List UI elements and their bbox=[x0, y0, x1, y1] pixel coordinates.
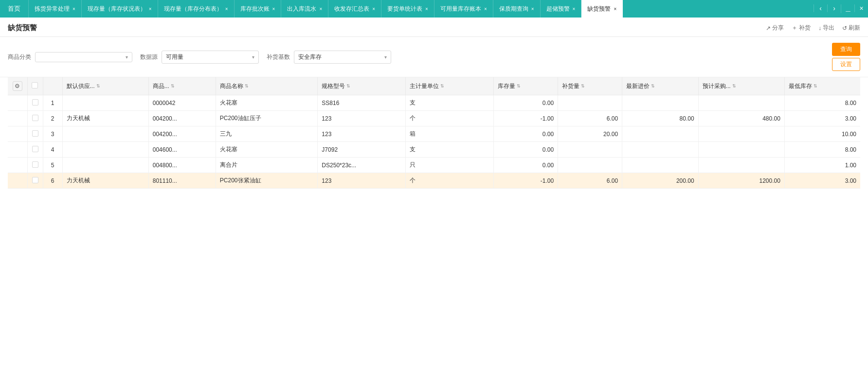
refresh-button[interactable]: ↺ 刷新 bbox=[842, 24, 860, 32]
tab-home[interactable]: 首页 bbox=[0, 0, 29, 18]
row-checkbox[interactable] bbox=[32, 177, 38, 183]
next-tab-button[interactable]: › bbox=[827, 4, 841, 12]
tab-demand-stats[interactable]: 要货单统计表 × bbox=[381, 0, 434, 18]
row-replenish-cell: 6.00 bbox=[558, 111, 622, 126]
row-check-cell[interactable] bbox=[27, 158, 43, 173]
tab-available-ledger[interactable]: 可用量库存账本 × bbox=[434, 0, 493, 18]
row-check-cell[interactable] bbox=[27, 173, 43, 189]
col-spec-header[interactable]: 规格型号 ⇅ bbox=[318, 77, 406, 95]
row-check-cell[interactable] bbox=[27, 95, 43, 111]
spec-col-label: 规格型号 bbox=[322, 82, 345, 90]
table-row[interactable]: 4 004600... 火花塞 J7092 支 0.00 8.00 bbox=[8, 142, 860, 158]
row-code-cell: 004200... bbox=[148, 126, 216, 142]
settings-button[interactable]: 设置 bbox=[832, 58, 860, 71]
close-icon[interactable]: × bbox=[531, 6, 534, 12]
export-button[interactable]: ↓ 导出 bbox=[818, 24, 834, 32]
close-icon[interactable]: × bbox=[484, 6, 487, 12]
table-row[interactable]: 3 004200... 三九 123 箱 0.00 20.00 10.00 bbox=[8, 126, 860, 142]
query-button[interactable]: 查询 bbox=[832, 43, 860, 56]
table-row[interactable]: 2 力天机械 004200... PC200油缸压子 123 个 -1.00 6… bbox=[8, 111, 860, 126]
row-replenish-cell bbox=[558, 158, 622, 173]
row-name-cell: PC200油缸压子 bbox=[216, 111, 318, 126]
row-checkbox[interactable] bbox=[32, 99, 38, 106]
row-unit-cell: 箱 bbox=[406, 126, 494, 142]
tab-batch-account[interactable]: 库存批次账 × bbox=[235, 0, 282, 18]
row-name-cell: 三九 bbox=[216, 126, 318, 142]
col-settings-header[interactable]: ⚙ bbox=[8, 77, 27, 95]
tab-overstock[interactable]: 超储预警 × bbox=[541, 0, 582, 18]
row-min-stock-cell: 1.00 bbox=[784, 158, 860, 173]
replenish-base-select[interactable]: 安全库存 ▾ bbox=[294, 51, 391, 64]
row-index-cell: 5 bbox=[43, 158, 62, 173]
share-icon: ↗ bbox=[766, 25, 771, 32]
col-code-header[interactable]: 商品... ⇅ bbox=[148, 77, 216, 95]
replenish-button[interactable]: ＋ 补货 bbox=[792, 24, 811, 32]
tab-nav-controls: ‹ › ＿ × bbox=[814, 4, 868, 13]
close-icon[interactable]: × bbox=[149, 6, 152, 12]
prev-tab-button[interactable]: ‹ bbox=[814, 4, 827, 12]
close-icon[interactable]: × bbox=[614, 6, 616, 12]
row-name-cell: 离合片 bbox=[216, 158, 318, 173]
tab-collect-summary[interactable]: 收发存汇总表 × bbox=[328, 0, 381, 18]
row-check-cell[interactable] bbox=[27, 126, 43, 142]
export-icon: ↓ bbox=[818, 25, 821, 32]
select-all-checkbox[interactable] bbox=[32, 82, 38, 88]
tab-inventory-dist[interactable]: 现存量（库存分布表） × bbox=[158, 0, 235, 18]
row-settings-cell bbox=[8, 142, 27, 158]
sort-icon: ⇅ bbox=[440, 84, 444, 88]
row-settings-cell bbox=[8, 158, 27, 173]
tab-inventory-dist-label: 现存量（库存分布表） bbox=[164, 5, 222, 13]
row-checkbox[interactable] bbox=[32, 115, 38, 121]
tab-expiry-query[interactable]: 保质期查询 × bbox=[493, 0, 541, 18]
chevron-down-icon: ▾ bbox=[126, 54, 128, 60]
chevron-down-icon: ▾ bbox=[384, 54, 387, 60]
minimize-button[interactable]: ＿ bbox=[841, 4, 854, 13]
close-icon[interactable]: × bbox=[225, 6, 228, 12]
tab-stockout[interactable]: 缺货预警 × bbox=[581, 0, 623, 18]
row-est-purchase-cell bbox=[698, 142, 784, 158]
close-icon[interactable]: × bbox=[272, 6, 275, 12]
table-row[interactable]: 5 004800... 离合片 DS250*23c... 只 0.00 1.00 bbox=[8, 158, 860, 173]
tab-in-out-flow[interactable]: 出入库流水 × bbox=[281, 0, 328, 18]
tab-inventory-status[interactable]: 现存量（库存状况表） × bbox=[82, 0, 158, 18]
col-replenish-header[interactable]: 补货量 ⇅ bbox=[558, 77, 622, 95]
table-row[interactable]: 6 力天机械 801110... PC200张紧油缸 123 个 -1.00 6… bbox=[8, 173, 860, 189]
close-icon[interactable]: × bbox=[425, 6, 428, 12]
sort-icon: ⇅ bbox=[651, 84, 655, 88]
row-checkbox[interactable] bbox=[32, 130, 38, 137]
close-icon[interactable]: × bbox=[72, 6, 75, 12]
filter-actions: 查询 设置 bbox=[832, 43, 860, 71]
col-name-header[interactable]: 商品名称 ⇅ bbox=[216, 77, 318, 95]
col-check-header[interactable] bbox=[27, 77, 43, 95]
row-supplier-cell: 力天机械 bbox=[62, 111, 148, 126]
table-container: ⚙ 默认供应... ⇅ 商品.. bbox=[0, 77, 868, 189]
row-checkbox[interactable] bbox=[32, 161, 38, 168]
row-index-cell: 4 bbox=[43, 142, 62, 158]
table-row[interactable]: 1 0000042 火花塞 SS816 支 0.00 8.00 bbox=[8, 95, 860, 111]
col-supplier-header[interactable]: 默认供应... ⇅ bbox=[62, 77, 148, 95]
col-est-purchase-header[interactable]: 预计采购... ⇅ bbox=[698, 77, 784, 95]
replenish-icon: ＋ bbox=[792, 24, 797, 32]
gear-icon[interactable]: ⚙ bbox=[13, 81, 22, 91]
close-window-button[interactable]: × bbox=[854, 4, 868, 12]
col-latest-price-header[interactable]: 最新进价 ⇅ bbox=[622, 77, 699, 95]
col-stock-header[interactable]: 库存量 ⇅ bbox=[494, 77, 558, 95]
close-icon[interactable]: × bbox=[372, 6, 375, 12]
category-select[interactable]: ▾ bbox=[35, 52, 132, 62]
col-unit-header[interactable]: 主计量单位 ⇅ bbox=[406, 77, 494, 95]
row-check-cell[interactable] bbox=[27, 111, 43, 126]
tab-expiry-query-label: 保质期查询 bbox=[499, 5, 528, 13]
row-checkbox[interactable] bbox=[32, 146, 38, 152]
close-icon[interactable]: × bbox=[319, 6, 322, 12]
share-button[interactable]: ↗ 分享 bbox=[766, 24, 784, 32]
row-supplier-cell bbox=[62, 158, 148, 173]
close-icon[interactable]: × bbox=[573, 6, 576, 12]
col-min-stock-header[interactable]: 最低库存 ⇅ bbox=[784, 77, 860, 95]
row-min-stock-cell: 10.00 bbox=[784, 126, 860, 142]
tab-overstock-label: 超储预警 bbox=[546, 5, 570, 13]
tab-abnormal[interactable]: 拣货异常处理 × bbox=[29, 0, 82, 18]
row-check-cell[interactable] bbox=[27, 142, 43, 158]
row-unit-cell: 支 bbox=[406, 95, 494, 111]
datasource-select[interactable]: 可用量 ▾ bbox=[162, 51, 259, 64]
sort-icon: ⇅ bbox=[814, 84, 817, 88]
